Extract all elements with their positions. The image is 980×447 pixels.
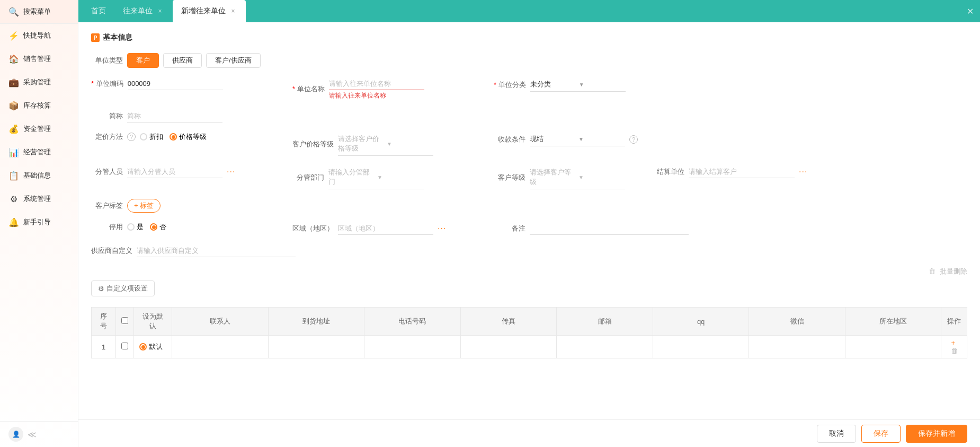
sidebar-label-quick-nav: 快捷导航	[23, 31, 51, 40]
pricing-row: 定价方法 ? 折扣 价格等级 客户价格等级 请选择客户价格等级	[91, 132, 967, 156]
payment-help-icon[interactable]: ?	[629, 135, 638, 144]
sidebar-item-search[interactable]: 🔍 搜索菜单	[0, 0, 78, 24]
fax-input[interactable]	[466, 343, 551, 351]
row-add-btn[interactable]: +	[951, 339, 955, 347]
batch-delete-icon: 🗑	[929, 267, 936, 275]
manager-label: 分管人员	[91, 167, 123, 177]
customer-price-level-select[interactable]: 请选择客户价格等级 ▼	[338, 132, 433, 156]
sidebar-bottom: 👤 ≪	[0, 421, 78, 447]
department-select[interactable]: 请输入分管部门 ▼	[328, 165, 424, 189]
sidebar-item-sales[interactable]: 🏠 销售管理	[0, 47, 78, 71]
row-default-radio[interactable]: 默认	[139, 342, 166, 352]
sidebar-item-finance[interactable]: 💰 资金管理	[0, 117, 78, 141]
supplier-custom-row: 供应商自定义	[91, 244, 967, 257]
region-input[interactable]	[338, 222, 433, 235]
manager-more-dots[interactable]: ···	[227, 167, 235, 177]
save-button[interactable]: 保存	[861, 425, 901, 443]
pricing-help-icon[interactable]: ?	[127, 133, 136, 141]
add-tag-button[interactable]: + 标签	[127, 199, 161, 213]
unit-category-arrow: ▼	[579, 82, 626, 87]
row-check[interactable]	[121, 343, 128, 349]
short-name-input[interactable]	[127, 110, 222, 122]
cancel-button[interactable]: 取消	[817, 425, 856, 443]
col-check	[116, 308, 134, 336]
customer-price-level-field: 客户价格等级 请选择客户价格等级 ▼	[292, 132, 494, 156]
tab-partner-list[interactable]: 往来单位 ×	[114, 0, 173, 22]
batch-delete-link[interactable]: 🗑 批量删除	[929, 267, 967, 276]
email-input[interactable]	[562, 343, 647, 351]
supplier-custom-label: 供应商自定义	[91, 246, 132, 256]
col-phone: 电话号码	[364, 308, 461, 336]
unit-name-input[interactable]	[329, 77, 424, 90]
row-default-label: 默认	[149, 342, 163, 352]
tab-bar-close-all[interactable]: ✕	[967, 6, 974, 16]
disable-region-row: 停用 是 否 区域（地区） ··· 备注	[91, 222, 967, 235]
qq-input[interactable]	[658, 343, 744, 351]
sidebar-item-purchase[interactable]: 💼 采购管理	[0, 71, 78, 94]
manager-input[interactable]	[127, 165, 222, 178]
unit-btn-both[interactable]: 客户/供应商	[206, 53, 261, 68]
unit-name-label: 单位名称	[292, 84, 325, 94]
row-del-btn[interactable]: 🗑	[951, 347, 958, 355]
contact-table: 序号 设为默认 联系人 到货地址 电话号码 传真 邮箱 qq 微信 所在地区 操…	[91, 307, 967, 358]
unit-code-input[interactable]	[128, 77, 223, 90]
tab-partner-list-close[interactable]: ×	[156, 7, 164, 15]
row-default: 默认	[134, 336, 172, 358]
sidebar-item-inventory[interactable]: 📦 库存核算	[0, 94, 78, 117]
row-address-input	[268, 336, 364, 358]
content-area: P 基本信息 单位类型 客户 供应商 客户/供应商 单位编码 单位名称	[78, 22, 980, 419]
tab-partner-list-label: 往来单位	[123, 6, 153, 16]
unit-btn-customer[interactable]: 客户	[127, 53, 159, 68]
customer-tag-row: 客户标签 + 标签	[91, 199, 967, 213]
operations-icon: 📊	[8, 147, 19, 157]
custom-settings-button[interactable]: ⚙ 自定义项设置	[91, 281, 155, 296]
pricing-radio-discount[interactable]: 折扣	[140, 132, 163, 142]
payment-terms-label: 收款条件	[494, 135, 525, 144]
customer-level-label: 客户等级	[494, 173, 525, 182]
payment-terms-select[interactable]: 现结 ▼	[530, 132, 625, 146]
sidebar-item-system[interactable]: ⚙ 系统管理	[0, 187, 78, 211]
pricing-radio-level[interactable]: 价格等级	[170, 132, 207, 142]
select-all-checkbox[interactable]	[121, 317, 128, 324]
settlement-unit-more-dots[interactable]: ···	[799, 167, 807, 177]
row-actions: + 🗑	[941, 336, 967, 358]
sidebar-item-guide[interactable]: 🔔 新手引导	[0, 211, 78, 234]
sidebar-item-base[interactable]: 📋 基础信息	[0, 164, 78, 187]
tab-new-partner[interactable]: 新增往来单位 ×	[173, 0, 246, 22]
sidebar-item-quick-nav[interactable]: ⚡ 快捷导航	[0, 24, 78, 47]
pricing-radio-group: 折扣 价格等级	[140, 132, 207, 142]
phone-input[interactable]	[370, 343, 455, 351]
unit-category-select[interactable]: 未分类 ▼	[530, 77, 626, 92]
customer-level-select[interactable]: 请选择客户等级 ▼	[530, 165, 625, 189]
supplier-custom-input[interactable]	[137, 244, 296, 257]
remarks-input[interactable]	[530, 222, 689, 235]
disable-no[interactable]: 否	[150, 222, 166, 232]
col-fax: 传真	[460, 308, 557, 336]
tab-new-partner-close[interactable]: ×	[229, 7, 237, 15]
settlement-unit-input[interactable]	[689, 165, 795, 178]
col-wechat: 微信	[749, 308, 845, 336]
manager-field: 分管人员 ···	[91, 165, 292, 178]
unit-category-field: 单位分类 未分类 ▼	[494, 77, 967, 92]
row-phone-input	[364, 336, 461, 358]
guide-icon: 🔔	[8, 217, 19, 227]
col-address: 到货地址	[268, 308, 364, 336]
footer: 取消 保存 保存并新增	[78, 419, 980, 447]
disable-no-label: 否	[159, 222, 166, 232]
unit-type-group: 客户 供应商 客户/供应商	[127, 53, 261, 68]
sidebar-item-operations[interactable]: 📊 经营管理	[0, 141, 78, 164]
region-more-dots[interactable]: ···	[438, 224, 446, 233]
contact-input[interactable]	[177, 343, 263, 351]
sidebar-label-guide: 新手引导	[23, 217, 51, 227]
tab-home[interactable]: 首页	[83, 0, 114, 22]
department-arrow: ▼	[377, 174, 424, 180]
unit-btn-supplier[interactable]: 供应商	[163, 53, 202, 68]
wechat-input[interactable]	[754, 343, 840, 351]
address-input[interactable]	[274, 343, 359, 351]
row-region-input-field[interactable]	[851, 343, 936, 351]
save-new-button[interactable]: 保存并新增	[906, 425, 967, 443]
short-name-row: 简称	[91, 110, 967, 122]
disable-yes[interactable]: 是	[127, 222, 144, 232]
sidebar-expand-icon[interactable]: ≪	[28, 430, 37, 440]
row-seq: 1	[92, 336, 116, 358]
